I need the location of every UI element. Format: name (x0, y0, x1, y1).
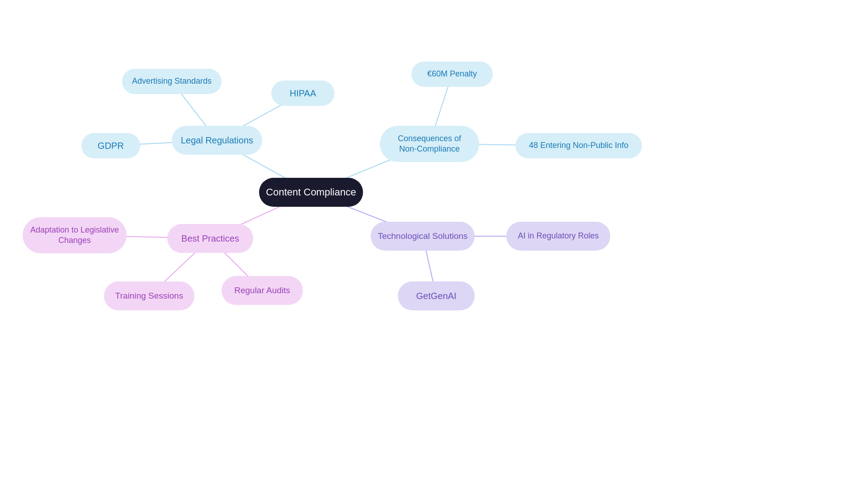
regular-audits-label: Regular Audits (229, 281, 296, 300)
best-practices-node[interactable]: Best Practices (167, 224, 253, 253)
legal-regulations-label: Legal Regulations (175, 131, 259, 150)
ai-regulatory-label: AI in Regulatory Roles (512, 227, 604, 245)
regular-audits-node[interactable]: Regular Audits (222, 276, 303, 305)
tech-solutions-label: Technological Solutions (373, 227, 473, 246)
center-label: Content Compliance (260, 182, 361, 203)
best-practices-label: Best Practices (176, 229, 245, 248)
penalty-node[interactable]: €60M Penalty (411, 62, 493, 87)
getgenai-label: GetGenAI (411, 286, 462, 305)
hipaa-label: HIPAA (284, 84, 322, 103)
getgenai-node[interactable]: GetGenAI (398, 281, 475, 310)
adaptation-node[interactable]: Adaptation to Legislative Changes (23, 217, 127, 253)
training-sessions-node[interactable]: Training Sessions (104, 281, 194, 310)
advertising-standards-label: Advertising Standards (127, 72, 217, 90)
legal-regulations-node[interactable]: Legal Regulations (172, 126, 262, 155)
gdpr-label: GDPR (92, 136, 129, 155)
nonpublic-node[interactable]: 48 Entering Non-Public Info (515, 133, 642, 158)
advertising-standards-node[interactable]: Advertising Standards (122, 69, 222, 94)
training-sessions-label: Training Sessions (110, 287, 189, 305)
center-node[interactable]: Content Compliance (259, 178, 363, 207)
tech-solutions-node[interactable]: Technological Solutions (371, 222, 475, 251)
hipaa-node[interactable]: HIPAA (271, 81, 335, 106)
consequences-node[interactable]: Consequences of Non-Compliance (380, 126, 479, 162)
consequences-label: Consequences of Non-Compliance (392, 130, 467, 158)
gdpr-node[interactable]: GDPR (81, 133, 140, 158)
penalty-label: €60M Penalty (422, 65, 482, 83)
nonpublic-label: 48 Entering Non-Public Info (524, 137, 634, 154)
adaptation-label: Adaptation to Legislative Changes (25, 221, 124, 250)
ai-regulatory-node[interactable]: AI in Regulatory Roles (506, 222, 610, 251)
